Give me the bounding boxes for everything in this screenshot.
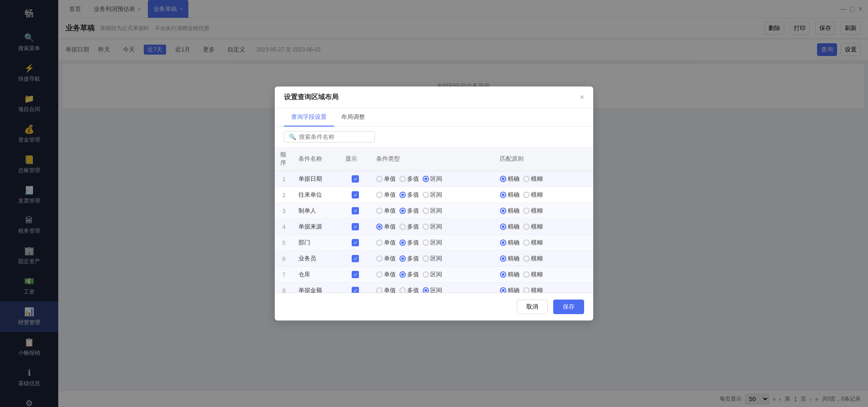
type-cell: 单值 多值 区间 [371,203,495,219]
radio-区间[interactable]: 区间 [423,239,442,247]
radio-单值[interactable]: 单值 [376,207,396,215]
tab-field-settings[interactable]: 查询字段设置 [284,108,334,127]
show-checkbox[interactable]: ✓ [352,255,359,262]
radio-circle [423,255,429,262]
show-checkbox-cell: ✓ [340,219,371,235]
radio-精确[interactable]: 精确 [500,286,520,293]
type-radio-group: 单值 多值 区间 [376,175,489,183]
radio-精确[interactable]: 精确 [500,175,520,183]
radio-模糊[interactable]: 模糊 [523,254,543,263]
radio-精确[interactable]: 精确 [500,223,520,231]
radio-多值[interactable]: 多值 [399,223,419,231]
radio-区间[interactable]: 区间 [423,191,442,199]
dialog-header: 设置查询区域布局 × [275,86,593,108]
radio-模糊[interactable]: 模糊 [523,207,543,215]
radio-circle [376,271,383,278]
radio-circle [376,176,383,182]
radio-label: 模糊 [531,239,543,247]
radio-label: 精确 [508,286,520,293]
radio-circle [376,224,383,230]
show-checkbox[interactable]: ✓ [352,271,359,278]
radio-精确[interactable]: 精确 [500,270,520,279]
radio-区间[interactable]: 区间 [423,175,442,183]
radio-模糊[interactable]: 模糊 [523,286,543,293]
show-checkbox[interactable]: ✓ [352,191,359,198]
radio-模糊[interactable]: 模糊 [523,239,543,247]
radio-区间[interactable]: 区间 [423,207,442,215]
row-num: 7 [275,267,293,283]
radio-label: 模糊 [531,191,543,199]
radio-区间[interactable]: 区间 [423,254,442,263]
table-row: 4 单据来源 ✓ 单值 多值 区间 精确 [275,219,593,235]
radio-区间[interactable]: 区间 [423,286,442,293]
radio-多值[interactable]: 多值 [399,175,419,183]
radio-单值[interactable]: 单值 [376,239,396,247]
radio-circle [376,287,383,293]
radio-circle [523,271,530,278]
radio-circle [523,255,530,262]
dialog-save-button[interactable]: 保存 [553,300,584,314]
radio-circle [376,239,383,246]
radio-模糊[interactable]: 模糊 [523,175,543,183]
dialog-footer: 取消 保存 [275,293,593,321]
show-checkbox[interactable]: ✓ [352,175,359,183]
type-cell: 单值 多值 区间 [371,171,495,187]
radio-精确[interactable]: 精确 [500,239,520,247]
dialog-table-scroll[interactable]: 顺序 条件名称 显示 条件类型 匹配原则 1 单据日期 ✓ 单值 [275,147,593,293]
radio-circle [500,224,506,230]
condition-name: 单据金额 [293,283,340,293]
radio-精确[interactable]: 精确 [500,191,520,199]
radio-单值[interactable]: 单值 [376,270,396,279]
match-radio-group: 精确 模糊 [500,286,588,293]
radio-label: 单值 [384,223,396,231]
radio-circle [423,224,429,230]
show-checkbox[interactable]: ✓ [352,207,359,214]
radio-单值[interactable]: 单值 [376,286,396,293]
type-radio-group: 单值 多值 区间 [376,270,489,279]
radio-circle [376,208,383,214]
radio-模糊[interactable]: 模糊 [523,191,543,199]
show-checkbox[interactable]: ✓ [352,287,359,293]
radio-单值[interactable]: 单值 [376,254,396,263]
radio-label: 模糊 [531,175,543,183]
match-radio-group: 精确 模糊 [500,175,588,183]
radio-label: 精确 [508,223,520,231]
radio-多值[interactable]: 多值 [399,286,419,293]
condition-name: 仓库 [293,267,340,283]
radio-精确[interactable]: 精确 [500,254,520,263]
radio-label: 区间 [430,175,442,183]
radio-多值[interactable]: 多值 [399,254,419,263]
col-num: 顺序 [275,147,293,171]
radio-多值[interactable]: 多值 [399,191,419,199]
search-input[interactable] [299,133,370,140]
radio-label: 多值 [407,270,419,279]
show-checkbox[interactable]: ✓ [352,239,359,246]
radio-精确[interactable]: 精确 [500,207,520,215]
radio-单值[interactable]: 单值 [376,223,396,231]
table-row: 1 单据日期 ✓ 单值 多值 区间 精确 [275,171,593,187]
radio-区间[interactable]: 区间 [423,270,442,279]
radio-label: 单值 [384,239,396,247]
table-row: 8 单据金额 ✓ 单值 多值 区间 精确 [275,283,593,293]
search-icon: 🔍 [289,133,296,140]
radio-label: 区间 [430,239,442,247]
radio-单值[interactable]: 单值 [376,191,396,199]
radio-label: 多值 [407,254,419,263]
radio-circle [376,255,383,262]
radio-circle [399,239,406,246]
radio-label: 多值 [407,286,419,293]
dialog-close-button[interactable]: × [580,93,584,102]
radio-区间[interactable]: 区间 [423,223,442,231]
radio-多值[interactable]: 多值 [399,270,419,279]
radio-模糊[interactable]: 模糊 [523,223,543,231]
radio-多值[interactable]: 多值 [399,207,419,215]
radio-label: 区间 [430,286,442,293]
cancel-button[interactable]: 取消 [517,300,548,314]
radio-单值[interactable]: 单值 [376,175,396,183]
show-checkbox-cell: ✓ [340,171,371,187]
radio-多值[interactable]: 多值 [399,239,419,247]
radio-模糊[interactable]: 模糊 [523,270,543,279]
radio-circle [500,271,506,278]
show-checkbox[interactable]: ✓ [352,223,359,230]
tab-layout-adjust[interactable]: 布局调整 [334,108,372,127]
